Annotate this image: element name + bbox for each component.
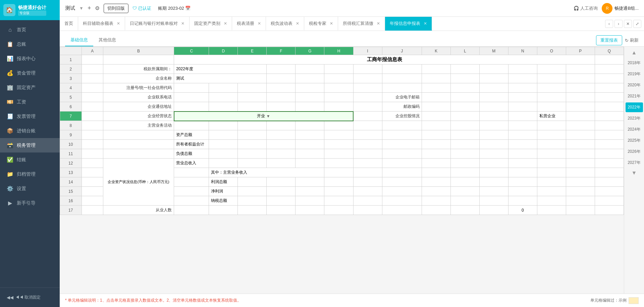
col-header-i[interactable]: I [353, 47, 382, 55]
sidebar-item-reports[interactable]: 📊 报表中心 [0, 51, 60, 66]
cell-17-b[interactable]: 从业人数 [103, 206, 174, 215]
tab-close-icon[interactable]: ✕ [117, 21, 120, 26]
col-header-n[interactable]: N [508, 47, 537, 55]
year-btn-2023[interactable]: 2023年 [626, 114, 643, 123]
cell-2-o[interactable] [537, 64, 566, 74]
user-menu[interactable]: R 畅捷通B组... [602, 3, 639, 14]
cell-2-n[interactable] [508, 64, 537, 74]
cell-1-a[interactable] [82, 55, 103, 64]
reset-report-button[interactable]: 重置报表 [596, 35, 622, 45]
col-header-l[interactable]: L [450, 47, 479, 55]
cell-1-title[interactable]: 工商年报信息表 [174, 55, 595, 64]
tab-fixed[interactable]: 固定资产类别 ✕ [190, 17, 232, 31]
cell-4-b[interactable]: 注册号/统一社会信用代码 [103, 83, 174, 93]
cell-10-c[interactable]: 所有者权益合计 [174, 140, 209, 149]
tab-close-icon[interactable]: ✕ [330, 21, 333, 26]
tab-close-icon[interactable]: ✕ [296, 21, 299, 26]
col-header-p[interactable]: P [566, 47, 595, 55]
cell-9-c[interactable]: 资产总额 [174, 130, 209, 140]
consult-button[interactable]: 🎧 人工咨询 [574, 5, 598, 11]
sidebar-item-archive[interactable]: 📁 归档管理 [0, 167, 60, 181]
tab-taxlist[interactable]: 税表清册 ✕ [232, 17, 266, 31]
cell-7-c-dropdown[interactable]: 开业 ▼ [174, 112, 353, 121]
cell-5-b[interactable]: 企业联系电话 [103, 93, 174, 102]
sidebar-item-settings[interactable]: ⚙️ 设置 [0, 181, 60, 196]
tab-bank[interactable]: 日记账与银行对账单核对 ✕ [125, 17, 190, 31]
cell-14-c[interactable]: 利润总额 [209, 177, 238, 187]
cell-2-g[interactable] [296, 64, 324, 74]
cell-2-p[interactable] [566, 64, 595, 74]
cell-7-j[interactable]: 企业控股情况 [382, 112, 422, 121]
cell-6-j[interactable]: 邮政编码 [382, 102, 422, 112]
col-header-m[interactable]: M [479, 47, 508, 55]
cell-1-b[interactable] [103, 55, 174, 64]
sidebar-item-close[interactable]: ✅ 结账 [0, 152, 60, 167]
sidebar-item-invoice[interactable]: 🧾 发票管理 [0, 109, 60, 124]
cell-5-j[interactable]: 企业电子邮箱 [382, 93, 422, 102]
cell-2-c[interactable]: 2022年度 [174, 64, 267, 74]
tab-home[interactable]: 首页 [60, 17, 78, 31]
tab-close-icon[interactable]: ✕ [224, 21, 227, 26]
inner-tab-other[interactable]: 其他信息 [93, 34, 121, 46]
tab-subject[interactable]: 科目辅助余额表 ✕ [78, 17, 125, 31]
sidebar-item-purchase[interactable]: 📦 进销台账 [0, 124, 60, 138]
cell-8-b[interactable]: 主营业务活动 [103, 121, 174, 130]
year-btn-2018[interactable]: 2018年 [626, 58, 643, 68]
year-btn-2019[interactable]: 2019年 [626, 69, 643, 79]
sidebar-item-funds[interactable]: 💰 资金管理 [0, 66, 60, 80]
tab-next-btn[interactable]: › [614, 20, 623, 28]
year-scroll-down-btn[interactable]: ▼ [630, 168, 639, 178]
sidebar-item-tax[interactable]: 🗃️ 税务管理 [0, 138, 60, 152]
cell-2-f[interactable] [267, 64, 296, 74]
cell-15-c[interactable]: 净利润 [209, 187, 238, 196]
tab-taxcheck[interactable]: 税检专家 ✕ [304, 17, 338, 31]
tab-prev-btn[interactable]: ‹ [605, 20, 613, 28]
col-header-k[interactable]: K [422, 47, 450, 55]
sidebar-item-guide[interactable]: ▶ 新手引导 [0, 196, 60, 210]
tab-close-icon[interactable]: ✕ [181, 21, 184, 26]
cell-17-n[interactable]: 0 [508, 206, 537, 215]
cell-2-j[interactable] [382, 64, 422, 74]
cell-2-m[interactable] [479, 64, 508, 74]
cell-2-a[interactable] [82, 64, 103, 74]
year-btn-2026[interactable]: 2026年 [626, 147, 643, 157]
cell-1-q[interactable] [595, 55, 624, 64]
inner-tab-basic[interactable]: 基础信息 [65, 34, 93, 46]
sidebar-item-salary[interactable]: 💴 工资 [0, 95, 60, 109]
cell-2-b[interactable]: 税款所属期间： [103, 64, 174, 74]
year-btn-2021[interactable]: 2021年 [626, 91, 643, 101]
cell-3-a[interactable] [82, 74, 103, 83]
col-header-c[interactable]: C [174, 47, 209, 55]
col-header-j[interactable]: J [382, 47, 422, 55]
year-btn-2024[interactable]: 2024年 [626, 125, 643, 134]
col-header-b[interactable]: B [103, 47, 174, 55]
cell-3-b[interactable]: 企业名称 [103, 74, 174, 83]
refresh-button[interactable]: ↻ 刷新 [625, 37, 639, 43]
cell-2-i[interactable] [353, 64, 382, 74]
topbar-dropdown-btn[interactable]: ▼ [79, 6, 84, 11]
year-btn-2025[interactable]: 2025年 [626, 136, 643, 145]
tab-close-icon[interactable]: ✕ [377, 21, 380, 26]
cell-13-d[interactable]: 其中：主营业务收入 [209, 168, 324, 177]
cell-6-b[interactable]: 企业通信地址 [103, 102, 174, 112]
sidebar-item-home[interactable]: ⌂ 首页 [0, 23, 60, 37]
col-header-a[interactable]: A [82, 47, 103, 55]
year-scroll-up-btn[interactable]: ▲ [630, 48, 639, 57]
cell-11-c[interactable]: 负债总额 [174, 149, 209, 159]
sidebar-item-assets[interactable]: 🏢 固定资产 [0, 80, 60, 95]
cancel-fixed-button[interactable]: ◀◀ ◀◀ 取消固定 [0, 291, 60, 304]
cell-2-l[interactable] [450, 64, 479, 74]
col-header-h[interactable]: H [324, 47, 353, 55]
year-btn-2020[interactable]: 2020年 [626, 80, 643, 90]
cell-2-k[interactable] [422, 64, 450, 74]
tab-annual[interactable]: 年报信息申报表 ✕ [385, 17, 432, 31]
col-header-o[interactable]: O [537, 47, 566, 55]
cell-12-c[interactable]: 营业总收入 [174, 159, 209, 168]
topbar-settings-btn[interactable]: ⚙ [95, 5, 100, 11]
tab-expand-btn[interactable]: ⤢ [633, 20, 641, 28]
year-btn-2027[interactable]: 2027年 [626, 158, 643, 168]
tab-close-icon[interactable]: ✕ [258, 21, 261, 26]
col-header-g[interactable]: G [296, 47, 324, 55]
tab-taxwave[interactable]: 税负波动表 ✕ [266, 17, 304, 31]
col-header-e[interactable]: E [238, 47, 267, 55]
